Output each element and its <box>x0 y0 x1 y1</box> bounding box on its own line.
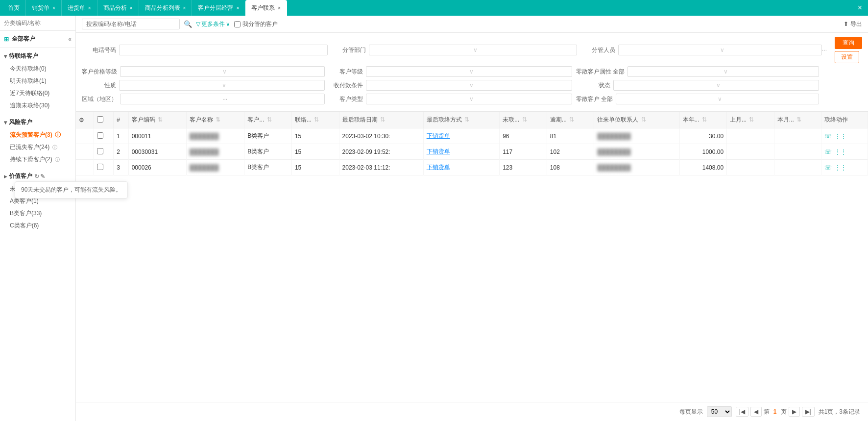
payment-select[interactable]: ∨ <box>366 80 572 91</box>
row-select-checkbox[interactable] <box>97 164 103 170</box>
next-page-button[interactable]: ▶ <box>789 407 800 417</box>
adv-filter-row-4: 区域（地区） ··· 客户类型 ∨ 零散客户 全部 <box>82 94 862 104</box>
filter-search-input[interactable] <box>82 19 180 29</box>
tab-product-analysis-list[interactable]: 商品分析列表 × <box>139 0 193 16</box>
first-page-button[interactable]: |◀ <box>736 407 748 417</box>
nature-select[interactable]: ∨ <box>119 80 325 91</box>
table-header-row: ⚙ # 客户编码 ⇅ 客户名称 ⇅ 客户... ⇅ 联络... ⇅ 最后联络日期… <box>76 112 868 128</box>
sidebar-root[interactable]: ⊞ 全部客户 « <box>0 31 75 48</box>
filter-search-button[interactable]: 🔍 <box>184 20 192 28</box>
row-type: B类客户 <box>244 144 292 160</box>
dept-select[interactable]: ∨ <box>369 45 578 55</box>
status-select[interactable]: ∨ <box>613 80 819 91</box>
contact-icon[interactable]: ☏ <box>824 149 832 155</box>
row-select-checkbox[interactable] <box>97 148 103 154</box>
close-tab-customer-contact[interactable]: × <box>278 5 281 11</box>
tab-home[interactable]: 首页 <box>2 0 26 16</box>
more-conditions-button[interactable]: ▽ 更多条件 ∨ <box>196 20 230 28</box>
close-tab-sales-order[interactable]: × <box>52 5 55 11</box>
select-all-checkbox[interactable] <box>97 116 103 123</box>
sidebar-group-risk-title[interactable]: ▾ 风险客户 <box>0 116 75 129</box>
close-all-tabs-button[interactable]: × <box>854 3 866 12</box>
tab-sales-order[interactable]: 销货单 × <box>26 0 62 16</box>
sidebar-item-today-contact[interactable]: 今天待联络(0) <box>0 63 75 75</box>
prev-page-button[interactable]: ◀ <box>750 407 762 417</box>
tab-purchase-order[interactable]: 进货单 × <box>62 0 97 16</box>
tab-customer-tier[interactable]: 客户分层经营 × <box>192 0 245 16</box>
row-select-checkbox[interactable] <box>97 132 103 139</box>
retail-customer-select[interactable]: ∨ <box>616 94 819 104</box>
sidebar-item-tomorrow-contact[interactable]: 明天待联络(1) <box>0 75 75 87</box>
field-payment: 收付款条件 ∨ <box>329 80 572 91</box>
query-button[interactable]: 查询 <box>835 37 862 49</box>
row-last-month <box>727 144 774 160</box>
sidebar-item-class-b[interactable]: B类客户(33) <box>0 207 75 220</box>
table-row: 2 00030031 ███████ B类客户 15 2023-02-09 19… <box>76 144 868 160</box>
more-actions-icon[interactable]: ⋮⋮ <box>835 164 846 171</box>
col-overdue[interactable]: 逾期... ⇅ <box>547 112 594 128</box>
col-name[interactable]: 客户名称 ⇅ <box>187 112 244 128</box>
tab-bar: 首页 销货单 × 进货单 × 商品分析 × 商品分析列表 × 客户分层经营 × … <box>0 0 868 16</box>
contact-icon[interactable]: ☏ <box>824 133 832 140</box>
row-checkbox <box>94 160 113 175</box>
sidebar-item-class-c[interactable]: C类客户(6) <box>0 220 75 232</box>
row-checkbox <box>94 144 113 160</box>
sidebar-item-churned[interactable]: 已流失客户(24) ⓘ <box>0 141 75 153</box>
close-tab-purchase-order[interactable]: × <box>88 5 91 11</box>
sidebar-item-week-contact[interactable]: 近7天待联络(0) <box>0 87 75 99</box>
region-label: 区域（地区） <box>82 95 117 103</box>
col-settings[interactable]: ⚙ <box>76 112 94 128</box>
per-page-select[interactable]: 50 100 <box>707 406 732 417</box>
close-tab-product-analysis[interactable]: × <box>130 5 133 11</box>
row-overdue: 102 <box>547 144 594 160</box>
sidebar-group-value-title[interactable]: ▸ 价值客户 ↻ ✎ <box>0 170 75 183</box>
close-tab-product-analysis-list[interactable]: × <box>183 5 186 11</box>
row-unit-contact: ████████ <box>594 160 679 175</box>
col-uncontacted[interactable]: 未联... ⇅ <box>500 112 547 128</box>
col-unit-contact[interactable]: 往来单位联系人 ⇅ <box>594 112 679 128</box>
my-customers-checkbox[interactable] <box>234 21 241 27</box>
settings-button[interactable]: 设置 <box>835 51 859 63</box>
col-code[interactable]: 客户编码 ⇅ <box>128 112 186 128</box>
sidebar-item-declining[interactable]: 持续下滑客户(2) ⓘ <box>0 153 75 166</box>
sidebar-item-overdue-contact[interactable]: 逾期未联络(30) <box>0 99 75 112</box>
phone-input[interactable] <box>119 45 328 55</box>
refresh-icon-value[interactable]: ↻ <box>34 173 39 180</box>
sidebar-group-pending-title[interactable]: ▾ 待联络客户 <box>0 50 75 63</box>
col-type[interactable]: 客户... ⇅ <box>244 112 292 128</box>
arrow-right-icon-value: ▸ <box>4 173 7 180</box>
col-last-month[interactable]: 上月... ⇅ <box>727 112 774 128</box>
more-actions-icon[interactable]: ⋮⋮ <box>835 133 846 140</box>
retail-customer-label: 零散客户 全部 <box>576 95 613 103</box>
region-select[interactable]: ··· <box>120 94 325 104</box>
col-last-date[interactable]: 最后联络日期 ⇅ <box>339 112 423 128</box>
tab-customer-contact[interactable]: 客户联系 × <box>245 0 287 16</box>
col-contact[interactable]: 联络... ⇅ <box>291 112 339 128</box>
retail-attr-select[interactable]: ∨ <box>627 66 819 77</box>
edit-icon-value[interactable]: ✎ <box>40 173 45 180</box>
col-this-year[interactable]: 本年... ⇅ <box>679 112 727 128</box>
contact-icon[interactable]: ☏ <box>824 164 832 171</box>
my-customers-checkbox-label[interactable]: 我分管的客户 <box>234 20 278 28</box>
manager-select[interactable]: ∨ <box>618 45 822 55</box>
collapse-icon[interactable]: « <box>68 36 72 43</box>
sidebar-search-input[interactable] <box>4 20 76 26</box>
sidebar-item-churn-warning[interactable]: 流失预警客户(3) ⓘ <box>0 129 75 141</box>
close-tab-customer-tier[interactable]: × <box>236 5 239 11</box>
more-actions-icon[interactable]: ⋮⋮ <box>835 149 846 155</box>
tab-product-analysis[interactable]: 商品分析 × <box>97 0 139 16</box>
filter-bar: 🔍 ▽ 更多条件 ∨ 我分管的客户 ⬆ 导出 <box>76 16 868 33</box>
row-overdue: 108 <box>547 160 594 175</box>
region-dots[interactable]: ··· <box>222 96 321 102</box>
row-this-year: 1000.00 <box>679 144 727 160</box>
customer-level-select[interactable]: ∨ <box>366 66 572 77</box>
export-button[interactable]: ⬆ 导出 <box>844 20 862 28</box>
last-page-button[interactable]: ▶| <box>802 407 815 417</box>
col-this-month[interactable]: 本月... ⇅ <box>774 112 821 128</box>
manager-more-icon[interactable]: ··· <box>822 47 827 53</box>
price-level-select[interactable]: ∨ <box>120 66 325 77</box>
customer-type-select[interactable]: ∨ <box>366 94 572 104</box>
info-icon-churned: ⓘ <box>52 145 57 150</box>
row-this-year: 30.00 <box>679 128 727 144</box>
col-last-way[interactable]: 最后联络方式 ⇅ <box>423 112 500 128</box>
